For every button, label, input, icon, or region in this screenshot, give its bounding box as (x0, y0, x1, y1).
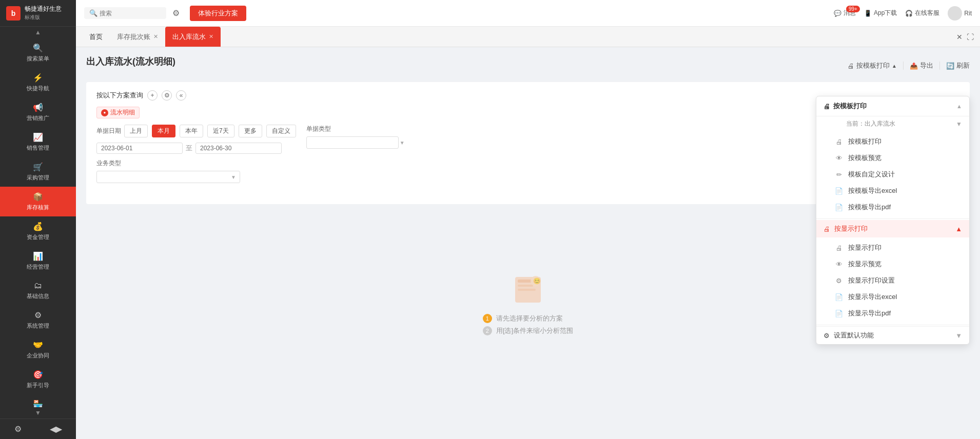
date-btn-this-month[interactable]: 本月 (152, 125, 175, 137)
filter-add-button[interactable]: + (147, 90, 158, 101)
sidebar-item-purchase[interactable]: 🛒 采购管理 (0, 157, 76, 187)
online-service-label: 在线客服 (915, 9, 939, 17)
dp-item-template-custom[interactable]: ✏ 模板自定义设计 (816, 166, 969, 183)
date-from-input[interactable] (96, 143, 183, 154)
appstore-icon: 🏪 (33, 400, 43, 407)
dp-template-section: 🖨 按模板打印 👁 按模板预览 ✏ 模板自定义设计 📄 按模板导出excel (816, 131, 969, 217)
tab-batch[interactable]: 库存批次账 ✕ (110, 27, 165, 47)
dp-template-excel-label: 按模板导出excel (848, 186, 897, 195)
refresh-icon: 🔄 (946, 62, 954, 70)
dp-divider (816, 218, 969, 219)
empty-step-2: 2 用[选]条件来缩小分析范围 (483, 326, 573, 335)
tab-flow[interactable]: 出入库流水 ✕ (165, 27, 221, 47)
tabbar-right: ✕ ⛶ (956, 33, 974, 41)
sidebar-item-operations[interactable]: 📊 经营管理 (0, 246, 76, 276)
sidebar-item-basics[interactable]: 🗂 基础信息 (0, 276, 76, 305)
print-chevron-up-icon: ▲ (892, 63, 897, 69)
dp-header-right: ▲ (956, 103, 962, 109)
sidebar-item-guide[interactable]: 🎯 新手引导 (0, 365, 76, 394)
tab-batch-close[interactable]: ✕ (153, 33, 158, 40)
sidebar-item-finance[interactable]: 💰 资金管理 (0, 216, 76, 246)
dp-template-print-label: 按模板打印 (848, 137, 881, 146)
topbar-search-wrap[interactable]: 🔍 (84, 7, 166, 19)
date-btn-custom[interactable]: 自定义 (266, 125, 296, 137)
dp-item-template-excel[interactable]: 📄 按模板导出excel (816, 183, 969, 199)
window-close-button[interactable]: ✕ (956, 33, 963, 41)
date-to-input[interactable] (195, 143, 282, 154)
trial-button[interactable]: 体验行业方案 (190, 6, 246, 21)
sidebar-item-sales[interactable]: 📈 销售管理 (0, 127, 76, 157)
sidebar-item-inventory[interactable]: 📦 库存核算 (0, 187, 76, 216)
sidebar-item-search[interactable]: 🔍 搜索菜单 (0, 38, 76, 68)
online-service-button[interactable]: 🎧 在线客服 (905, 9, 939, 17)
dp-template-preview-icon: 👁 (835, 154, 843, 162)
print-template-button[interactable]: 🖨 按模板打印 ▲ (848, 61, 897, 70)
refresh-label: 刷新 (956, 61, 970, 70)
user-avatar-area[interactable]: Rit (948, 6, 972, 21)
dp-item-template-print[interactable]: 🖨 按模板打印 (816, 133, 969, 150)
sidebar: b 畅捷通好生意 标准版 ▲ 🔍 搜索菜单 ⚡ 快捷导航 📢 营销推广 (0, 0, 76, 439)
step2-num: 2 (483, 326, 492, 335)
inventory-icon: 📦 (33, 192, 43, 202)
dp-current-chevron: ▼ (956, 121, 962, 128)
filter-settings-button[interactable]: ⚙ (162, 90, 172, 101)
sidebar-item-system-label: 系统管理 (27, 322, 49, 330)
dp-template-pdf-icon: 📄 (835, 203, 843, 211)
topbar: 🔍 ⚙ 体验行业方案 💬 消息 99+ 📱 App下载 🎧 (76, 0, 980, 27)
refresh-button[interactable]: 🔄 刷新 (946, 61, 970, 70)
sidebar-collapse-btn[interactable]: ◀▶ (50, 424, 62, 434)
dp-current-row: 当前：出入库流水 ▼ (816, 116, 969, 131)
btn-divider-1 (903, 62, 904, 70)
scroll-up-arrow: ▲ (35, 29, 41, 36)
sidebar-item-marketing[interactable]: 📢 营销推广 (0, 97, 76, 127)
dp-header: 🖨 按模板打印 ▲ (816, 96, 969, 116)
export-icon: 📤 (910, 62, 918, 70)
dp-template-preview-label: 按模板预览 (848, 153, 881, 163)
dp-item-display-settings[interactable]: ⚙ 按显示打印设置 (816, 272, 969, 289)
dp-item-display-preview[interactable]: 👁 按显示预览 (816, 256, 969, 272)
dp-template-pdf-label: 按模板导出pdf (848, 203, 891, 212)
app-download-button[interactable]: 📱 App下载 (864, 9, 897, 17)
dp-bottom-chevron: ▼ (955, 332, 962, 340)
purchase-icon: 🛒 (33, 162, 43, 172)
dp-item-display-print[interactable]: 🖨 按显示打印 (816, 240, 969, 256)
export-button[interactable]: 📤 导出 (910, 61, 933, 70)
sidebar-logo: b 畅捷通好生意 标准版 (0, 0, 76, 27)
message-button[interactable]: 💬 消息 99+ (834, 9, 856, 17)
biz-type-select[interactable] (96, 171, 240, 183)
type-select[interactable] (306, 136, 399, 149)
empty-step1-text: 请先选择要分析的方案 (496, 314, 563, 323)
sidebar-item-enterprise[interactable]: 🤝 企业协同 (0, 335, 76, 365)
sales-icon: 📈 (33, 132, 43, 142)
guide-icon: 🎯 (33, 370, 43, 380)
tab-flow-close[interactable]: ✕ (209, 33, 213, 40)
dp-display-pdf-icon: 📄 (835, 309, 843, 317)
dp-item-template-preview[interactable]: 👁 按模板预览 (816, 150, 969, 166)
dp-item-display-excel[interactable]: 📄 按显示导出excel (816, 289, 969, 305)
sidebar-item-appstore[interactable]: 🏪 应用中心 (0, 394, 76, 407)
filter-biz-type-item: 业务类型 ▼ (96, 159, 240, 183)
search-input[interactable] (100, 10, 161, 17)
dp-display-section-icon: 🖨 (824, 225, 830, 233)
filter-collapse-left-button[interactable]: « (176, 90, 186, 101)
dp-item-display-pdf[interactable]: 📄 按显示导出pdf (816, 305, 969, 322)
dp-bottom: ⚙ 设置默认功能 ▼ (816, 326, 969, 344)
dp-display-section-header[interactable]: 🖨 按显示打印 ▲ (816, 220, 969, 237)
filter-tag-label: 流水明细 (110, 108, 135, 117)
empty-steps: 1 请先选择要分析的方案 2 用[选]条件来缩小分析范围 (483, 314, 573, 335)
date-btn-last-month[interactable]: 上月 (124, 125, 148, 137)
operations-icon: 📊 (33, 251, 43, 261)
date-btn-this-year[interactable]: 本年 (180, 125, 203, 137)
dp-item-template-pdf[interactable]: 📄 按模板导出pdf (816, 199, 969, 215)
dp-default-label[interactable]: ⚙ 设置默认功能 (824, 331, 874, 340)
sidebar-item-enterprise-label: 企业协同 (27, 352, 49, 360)
tab-home[interactable]: 首页 (82, 27, 110, 47)
sidebar-item-system[interactable]: ⚙ 系统管理 (0, 305, 76, 335)
date-btn-7days[interactable]: 近7天 (207, 125, 234, 137)
settings-gear-button[interactable]: ⚙ (172, 8, 180, 18)
dp-display-print-label: 按显示打印 (848, 243, 881, 252)
window-expand-button[interactable]: ⛶ (967, 33, 974, 41)
sidebar-item-shortcut[interactable]: ⚡ 快捷导航 (0, 68, 76, 97)
sidebar-settings-btn[interactable]: ⚙ (14, 424, 22, 434)
date-btn-more[interactable]: 更多 (239, 125, 262, 137)
